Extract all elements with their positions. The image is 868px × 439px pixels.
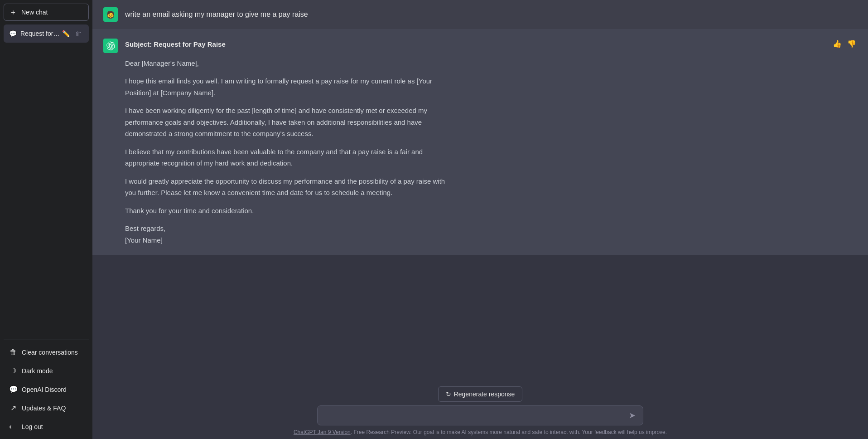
- email-salutation: Dear [Manager's Name],: [125, 58, 451, 69]
- main-content: 🧔 write an email asking my manager to gi…: [92, 0, 868, 439]
- discord-button[interactable]: 💬 OpenAI Discord: [4, 380, 89, 398]
- openai-logo-icon: [106, 41, 115, 50]
- regenerate-label: Regenerate response: [454, 390, 515, 398]
- plus-icon: ＋: [10, 9, 17, 16]
- thumbs-up-button[interactable]: 👍: [832, 39, 843, 49]
- email-subject: Subject: Request for Pay Raise: [125, 39, 451, 50]
- footer-link: ChatGPT Jan 9 Version. Free Research Pre…: [294, 429, 667, 435]
- dark-mode-button[interactable]: ☽ Dark mode: [4, 362, 89, 380]
- log-out-button[interactable]: ⟵ Log out: [4, 418, 89, 435]
- regenerate-button[interactable]: ↻ Regenerate response: [438, 386, 523, 402]
- assistant-avatar: [103, 39, 118, 53]
- chat-input-row: ➤: [317, 405, 643, 425]
- email-paragraph-2: I have been working diligently for the p…: [125, 105, 451, 140]
- trash-icon: 🗑: [9, 348, 17, 356]
- chat-bubble-icon: 💬: [9, 30, 17, 37]
- user-avatar-icon: 🧔: [106, 10, 115, 19]
- email-paragraph-1: I hope this email finds you well. I am w…: [125, 75, 451, 98]
- delete-chat-button[interactable]: 🗑: [73, 29, 83, 38]
- moon-icon: ☽: [9, 366, 17, 375]
- assistant-content-wrapper: Subject: Request for Pay Raise Dear [Man…: [125, 39, 857, 246]
- external-link-icon: ↗: [9, 404, 17, 412]
- bottom-area: ↻ Regenerate response ➤ ChatGPT Jan 9 Ve…: [92, 381, 868, 439]
- email-paragraph-3: I believe that my contributions have bee…: [125, 146, 451, 169]
- user-message-bar: 🧔 write an email asking my manager to gi…: [92, 0, 868, 29]
- chat-area: Subject: Request for Pay Raise Dear [Man…: [92, 29, 868, 381]
- clear-conversations-label: Clear conversations: [22, 349, 78, 356]
- assistant-message: Subject: Request for Pay Raise Dear [Man…: [92, 29, 868, 255]
- thumbs-down-button[interactable]: 👎: [846, 39, 857, 49]
- dark-mode-label: Dark mode: [22, 367, 53, 375]
- user-avatar: 🧔: [103, 7, 118, 22]
- chat-item-label: Request for Pay Raise: [20, 30, 60, 37]
- user-message-text: write an email asking my manager to give…: [125, 10, 308, 19]
- email-thanks: Thank you for your time and consideratio…: [125, 205, 451, 217]
- chat-input[interactable]: [323, 412, 627, 419]
- sidebar-divider: [4, 340, 89, 340]
- updates-faq-label: Updates & FAQ: [22, 405, 66, 412]
- email-paragraph-4: I would greatly appreciate the opportuni…: [125, 176, 451, 199]
- email-closing: Best regards,[Your Name]: [125, 223, 451, 246]
- regenerate-icon: ↻: [446, 390, 451, 398]
- discord-icon: 💬: [9, 385, 17, 394]
- sidebar: ＋ New chat 💬 Request for Pay Raise ✏️ 🗑 …: [0, 0, 92, 439]
- send-button[interactable]: ➤: [627, 410, 637, 420]
- discord-label: OpenAI Discord: [22, 386, 67, 393]
- edit-chat-button[interactable]: ✏️: [60, 29, 72, 38]
- new-chat-button[interactable]: ＋ New chat: [4, 4, 89, 21]
- chat-item[interactable]: 💬 Request for Pay Raise ✏️ 🗑: [4, 24, 89, 43]
- updates-faq-button[interactable]: ↗ Updates & FAQ: [4, 399, 89, 417]
- chat-list: 💬 Request for Pay Raise ✏️ 🗑: [4, 24, 89, 336]
- logout-icon: ⟵: [9, 422, 17, 431]
- assistant-content: Subject: Request for Pay Raise Dear [Man…: [125, 39, 451, 246]
- footer-text: ChatGPT Jan 9 Version. Free Research Pre…: [294, 429, 667, 435]
- clear-conversations-button[interactable]: 🗑 Clear conversations: [4, 344, 89, 361]
- chatgpt-version-link[interactable]: ChatGPT Jan 9 Version: [294, 429, 351, 435]
- sidebar-bottom: 🗑 Clear conversations ☽ Dark mode 💬 Open…: [4, 344, 89, 435]
- new-chat-label: New chat: [21, 9, 48, 16]
- feedback-icons: 👍 👎: [832, 39, 857, 49]
- log-out-label: Log out: [22, 423, 43, 430]
